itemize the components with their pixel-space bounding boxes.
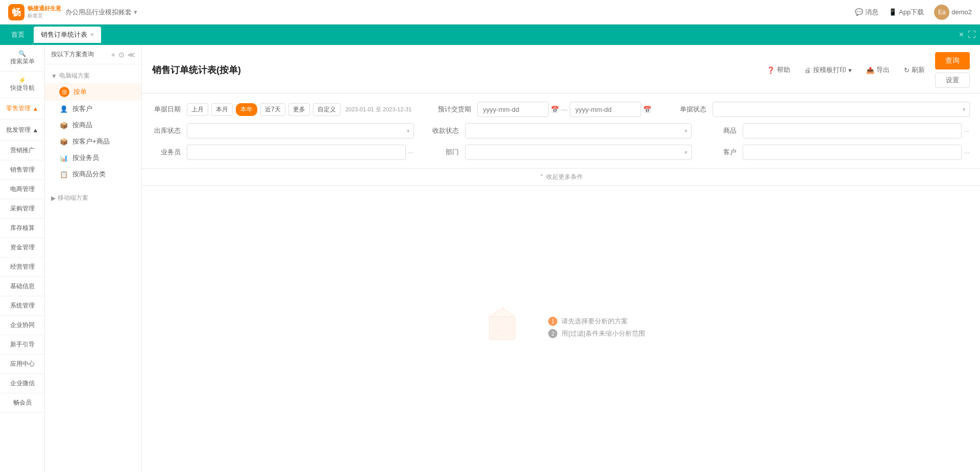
logo-area: 畅 畅捷通好生意 标签页 bbox=[8, 4, 61, 20]
scheme-header: 按以下方案查询 + ⊙ ≪ bbox=[45, 45, 141, 64]
doc-status-select[interactable] bbox=[713, 102, 970, 117]
logo-icon: 畅 bbox=[8, 4, 24, 20]
empty-state: 1 请先选择要分析的方案 2 用[过滤]条件来缩小分析范围 bbox=[477, 299, 645, 360]
sidebar-item-basic-info[interactable]: 基础信息 bbox=[0, 277, 44, 296]
message-icon: 💬 bbox=[855, 8, 863, 16]
scheme-collapse-button[interactable]: ≪ bbox=[128, 51, 135, 59]
preset-this-year[interactable]: 本年 bbox=[236, 103, 257, 116]
sidebar-item-enterprise[interactable]: 企业协同 bbox=[0, 316, 44, 335]
pc-scheme-group-title[interactable]: ▼ 电脑端方案 bbox=[45, 68, 141, 83]
scheme-item-by-customer[interactable]: 👤 按客户 bbox=[45, 101, 141, 117]
scheme-item-by-category[interactable]: 📋 按商品分类 bbox=[45, 166, 141, 182]
sidebar-item-marketing[interactable]: 营销推广 bbox=[0, 141, 44, 160]
expected-date-range: 📅 — 📅 bbox=[477, 102, 651, 117]
app-download-button[interactable]: 📱 App下载 bbox=[889, 8, 924, 17]
customer-more-icon[interactable]: ··· bbox=[964, 148, 970, 156]
sidebar-item-sales[interactable]: 销售管理 bbox=[0, 160, 44, 180]
tab-home[interactable]: 首页 bbox=[4, 27, 32, 43]
title-caret-icon: ▾ bbox=[134, 8, 137, 16]
sidebar-item-inventory[interactable]: 库存核算 bbox=[0, 219, 44, 238]
quick-nav-button[interactable]: ⚡ 快捷导航 bbox=[0, 72, 44, 98]
page-actions: ❓ 帮助 🖨 按模板打印 ▾ 📤 导出 ↻ 刷新 bbox=[763, 52, 970, 88]
collapse-bar[interactable]: ⌃ 收起更多条件 bbox=[142, 169, 980, 186]
out-status-select[interactable] bbox=[187, 123, 414, 138]
collapse-arrow-icon: ⌃ bbox=[539, 173, 546, 180]
window-expand-button[interactable]: ⛶ bbox=[968, 30, 976, 39]
main-layout: 🔍 搜索菜单 ⚡ 快捷导航 零售管理 ▲ 批发管理 ▲ 营销推广 销售管理 电商… bbox=[0, 45, 980, 472]
search-menu-button[interactable]: 🔍 搜索菜单 bbox=[0, 45, 44, 72]
salesman-more-icon[interactable]: ··· bbox=[408, 148, 414, 156]
tab-sales-order[interactable]: 销售订单统计表 × bbox=[34, 27, 101, 43]
message-button[interactable]: 💬 消息 bbox=[855, 8, 878, 17]
dept-select[interactable] bbox=[465, 145, 692, 160]
expected-date-label: 预计交货期 bbox=[438, 105, 471, 114]
customer-label: 客户 bbox=[708, 148, 737, 157]
page-title: 销售订单统计表(按单) bbox=[152, 64, 241, 76]
customer-input[interactable] bbox=[743, 145, 962, 160]
scheme-badge-icon: 按 bbox=[59, 87, 69, 97]
query-button[interactable]: 查询 bbox=[935, 52, 970, 69]
preset-7-days[interactable]: 近7天 bbox=[260, 103, 285, 116]
svg-point-6 bbox=[503, 326, 505, 328]
sidebar-item-member[interactable]: 畅会员 bbox=[0, 393, 44, 413]
export-button[interactable]: 📤 导出 bbox=[862, 63, 894, 77]
date-dash: — bbox=[561, 106, 568, 113]
sidebar-item-operation[interactable]: 经营管理 bbox=[0, 257, 44, 277]
filter-row-1: 单据日期 上月 本月 本年 近7天 更多 自定义 2023-01-01 至 20… bbox=[152, 102, 970, 117]
preset-this-month[interactable]: 本月 bbox=[211, 103, 233, 116]
filter-area: 单据日期 上月 本月 本年 近7天 更多 自定义 2023-01-01 至 20… bbox=[142, 93, 980, 169]
pay-status-select[interactable] bbox=[465, 123, 692, 138]
goods-more-icon[interactable]: ··· bbox=[964, 127, 970, 135]
preset-custom[interactable]: 自定义 bbox=[313, 103, 340, 116]
sidebar-item-finance[interactable]: 资金管理 bbox=[0, 238, 44, 257]
window-close-button[interactable]: × bbox=[959, 30, 964, 39]
settings-button[interactable]: 设置 bbox=[935, 73, 970, 88]
sidebar-item-wholesale[interactable]: 批发管理 ▲ bbox=[0, 120, 44, 141]
retail-arrow-icon: ▲ bbox=[33, 105, 39, 112]
scheme-item-by-order[interactable]: 按 按单 bbox=[45, 83, 141, 101]
preset-more[interactable]: 更多 bbox=[288, 103, 310, 116]
pay-status-label: 收款状态 bbox=[430, 126, 459, 135]
sidebar-item-ecommerce[interactable]: 电商管理 bbox=[0, 180, 44, 199]
expected-date-end[interactable] bbox=[570, 102, 641, 117]
salesman-input[interactable] bbox=[187, 145, 406, 160]
calendar-end-icon[interactable]: 📅 bbox=[643, 106, 651, 113]
sidebar-item-purchase[interactable]: 采购管理 bbox=[0, 199, 44, 219]
preset-last-month[interactable]: 上月 bbox=[187, 103, 208, 116]
sidebar-item-system[interactable]: 系统管理 bbox=[0, 296, 44, 316]
print-icon: 🖨 bbox=[804, 66, 811, 74]
sidebar-item-guide[interactable]: 新手引导 bbox=[0, 335, 44, 355]
tab-bar-actions: × ⛶ bbox=[959, 30, 976, 39]
mobile-scheme-group-title[interactable]: ▶ 移动端方案 bbox=[45, 191, 141, 205]
refresh-button[interactable]: ↻ 刷新 bbox=[900, 63, 929, 77]
scheme-add-button[interactable]: + bbox=[111, 51, 115, 59]
scheme-item-by-customer-goods[interactable]: 📦 按客户+商品 bbox=[45, 133, 141, 150]
wholesale-arrow-icon: ▲ bbox=[33, 127, 39, 134]
expected-date-start[interactable] bbox=[477, 102, 549, 117]
data-area: 1 请先选择要分析的方案 2 用[过滤]条件来缩小分析范围 bbox=[142, 186, 980, 472]
scheme-item-by-salesman[interactable]: 📊 按业务员 bbox=[45, 150, 141, 166]
filter-row-3: 业务员 ··· 部门 ▾ 客户 ··· bbox=[152, 145, 970, 160]
scheme-settings-button[interactable]: ⊙ bbox=[118, 51, 125, 59]
calendar-start-icon[interactable]: 📅 bbox=[551, 106, 559, 113]
app-title[interactable]: 办公用品行业模拟账套 ▾ bbox=[65, 8, 137, 17]
goods-scheme-icon: 📦 bbox=[59, 121, 68, 130]
top-bar-left: 畅 畅捷通好生意 标签页 办公用品行业模拟账套 ▾ bbox=[8, 4, 137, 20]
help-button[interactable]: ❓ 帮助 bbox=[763, 63, 794, 77]
main-content: 销售订单统计表(按单) ❓ 帮助 🖨 按模板打印 ▾ 📤 导出 bbox=[142, 45, 980, 472]
category-scheme-icon: 📋 bbox=[59, 170, 68, 179]
date-range-display: 2023-01-01 至 2023-12-31 bbox=[346, 106, 412, 113]
sidebar-item-app-center[interactable]: 应用中心 bbox=[0, 355, 44, 374]
sidebar-item-wechat[interactable]: 企业微信 bbox=[0, 374, 44, 393]
user-menu[interactable]: Ea demo2 bbox=[934, 5, 972, 20]
goods-input[interactable] bbox=[743, 123, 962, 138]
print-button[interactable]: 🖨 按模板打印 ▾ bbox=[800, 63, 856, 77]
doc-status-select-wrap: ▾ bbox=[713, 102, 970, 117]
pay-status-select-wrap: ▾ bbox=[465, 123, 692, 138]
tab-close-icon[interactable]: × bbox=[90, 31, 94, 38]
top-bar: 畅 畅捷通好生意 标签页 办公用品行业模拟账套 ▾ 💬 消息 📱 App下载 E… bbox=[0, 0, 980, 25]
scheme-item-by-goods[interactable]: 📦 按商品 bbox=[45, 117, 141, 133]
page-header: 销售订单统计表(按单) ❓ 帮助 🖨 按模板打印 ▾ 📤 导出 bbox=[142, 45, 980, 93]
salesman-label: 业务员 bbox=[152, 148, 181, 157]
sidebar-item-retail[interactable]: 零售管理 ▲ bbox=[0, 98, 44, 120]
